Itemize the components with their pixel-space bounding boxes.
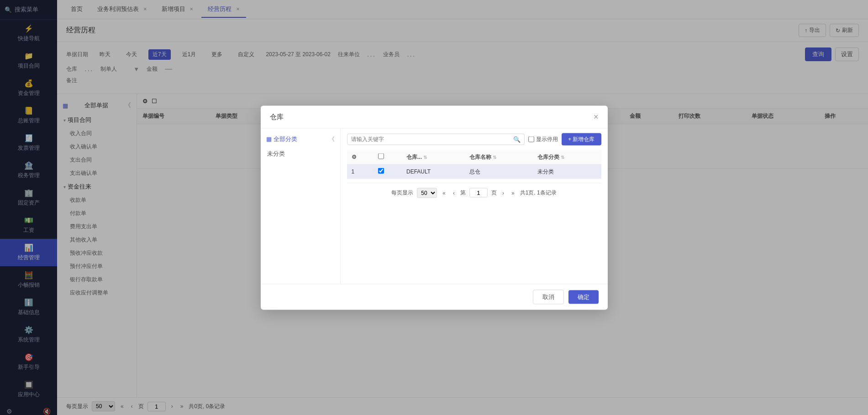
modal-page-label: 第 — [460, 189, 466, 197]
th-category[interactable]: 仓库分类 ⇅ — [533, 150, 601, 164]
modal-prev-btn[interactable]: ‹ — [451, 189, 457, 197]
modal-per-page-select[interactable]: 50 — [417, 188, 437, 198]
warehouse-table-header-row: ⚙ 仓库... ⇅ 仓库名称 ⇅ 仓库分类 ⇅ — [347, 150, 601, 164]
modal-header: 仓库 × — [261, 105, 608, 128]
select-all-checkbox[interactable] — [378, 153, 384, 159]
warehouse-panel: 🔍 显示停用 + 新增仓库 ⚙ 仓库... ⇅ — [341, 128, 608, 284]
category-all-label: 全部分类 — [274, 135, 297, 143]
table-row[interactable]: 1 DEFAULT 总仓 未分类 — [347, 164, 601, 179]
sort-name-icon: ⇅ — [493, 154, 496, 159]
category-panel: ▦ 全部分类 《 未分类 — [261, 128, 341, 284]
warehouse-toolbar: 🔍 显示停用 + 新增仓库 — [347, 133, 601, 145]
add-warehouse-button[interactable]: + 新增仓库 — [562, 133, 601, 145]
th-settings[interactable]: ⚙ — [347, 150, 374, 164]
modal-page-input[interactable] — [469, 188, 488, 198]
warehouse-modal: 仓库 × ▦ 全部分类 《 未分类 🔍 显 — [261, 105, 608, 310]
cancel-button[interactable]: 取消 — [533, 289, 564, 304]
search-input-wrap: 🔍 — [347, 133, 525, 145]
search-icon[interactable]: 🔍 — [513, 136, 521, 142]
show-disabled-label[interactable]: 显示停用 — [528, 135, 558, 143]
modal-last-btn[interactable]: » — [510, 189, 516, 197]
confirm-button[interactable]: 确定 — [568, 290, 599, 304]
sort-code-icon: ⇅ — [423, 154, 427, 159]
category-all-btn[interactable]: ▦ 全部分类 — [266, 135, 297, 143]
row-checkbox[interactable] — [374, 164, 402, 179]
th-category-label: 仓库分类 — [537, 153, 559, 160]
row-category: 未分类 — [533, 164, 601, 179]
th-settings-icon: ⚙ — [352, 154, 357, 160]
modal-close-button[interactable]: × — [594, 112, 599, 121]
warehouse-search-input[interactable] — [351, 136, 512, 142]
modal-first-btn[interactable]: « — [441, 189, 447, 197]
category-item-unclassified[interactable]: 未分类 — [261, 147, 340, 160]
th-code-label: 仓库... — [406, 153, 422, 160]
modal-next-btn[interactable]: › — [500, 189, 506, 197]
th-name-label: 仓库名称 — [469, 153, 491, 160]
row-select-checkbox[interactable] — [378, 168, 384, 174]
th-checkbox[interactable] — [374, 150, 402, 164]
show-disabled-checkbox[interactable] — [528, 136, 534, 142]
modal-total-label: 共1页, 1条记录 — [520, 189, 557, 197]
modal-pagination: 每页显示 50 « ‹ 第 页 › » 共1页, 1条记录 — [347, 183, 601, 202]
warehouse-table: ⚙ 仓库... ⇅ 仓库名称 ⇅ 仓库分类 ⇅ — [347, 150, 601, 179]
th-name[interactable]: 仓库名称 ⇅ — [465, 150, 533, 164]
row-code: DEFAULT — [402, 164, 465, 179]
modal-body: ▦ 全部分类 《 未分类 🔍 显示停用 + 新增仓库 — [261, 128, 608, 284]
modal-title: 仓库 — [270, 112, 284, 121]
category-header: ▦ 全部分类 《 — [261, 133, 340, 147]
show-disabled-text: 显示停用 — [536, 135, 558, 143]
th-code[interactable]: 仓库... ⇅ — [402, 150, 465, 164]
category-grid-icon: ▦ — [266, 136, 272, 142]
modal-footer: 取消 确定 — [261, 284, 608, 310]
modal-per-page-label: 每页显示 — [391, 189, 413, 197]
modal-page-suffix: 页 — [491, 189, 497, 197]
category-collapse-btn[interactable]: 《 — [329, 135, 335, 143]
row-settings[interactable]: 1 — [347, 164, 374, 179]
row-name: 总仓 — [465, 164, 533, 179]
sort-category-icon: ⇅ — [561, 154, 564, 159]
